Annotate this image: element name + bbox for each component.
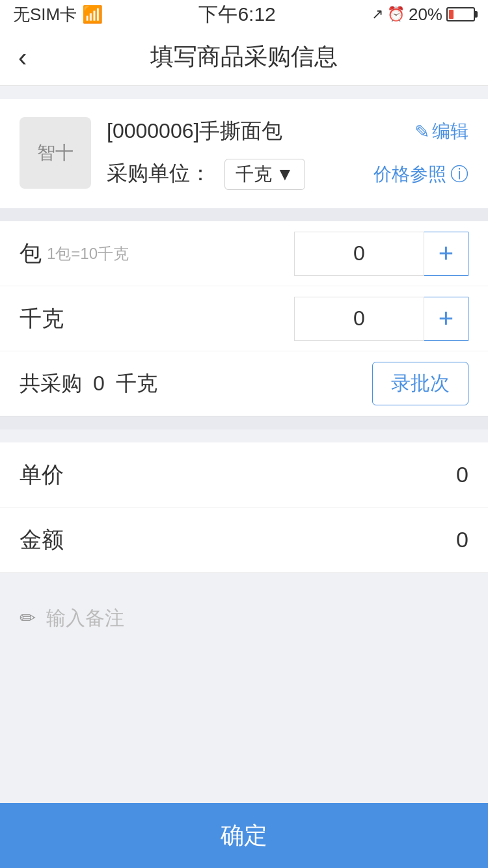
summary-value: 0 — [93, 372, 105, 395]
product-card: 智十 [0000006]手撕面包 ✎ 编辑 采购单位： 千克 ▼ 价格参照 ⓘ — [0, 99, 488, 208]
summary-row: 共采购 0 千克 录批次 — [0, 351, 488, 416]
divider-2 — [0, 416, 488, 429]
product-title: 手撕面包 — [199, 119, 282, 142]
kg-input[interactable] — [294, 297, 424, 341]
kg-controls: + — [294, 297, 468, 341]
product-thumbnail: 智十 — [20, 117, 91, 189]
confirm-bar[interactable]: 确定 — [0, 803, 488, 868]
thumbnail-text: 智十 — [37, 141, 74, 165]
summary-text: 共采购 0 千克 — [20, 370, 157, 398]
unit-price-value: 0 — [456, 462, 468, 487]
bag-controls: + — [294, 232, 468, 276]
confirm-button[interactable]: 确定 — [221, 820, 267, 852]
divider-1 — [0, 208, 488, 221]
kg-input-row: 千克 + — [0, 286, 488, 351]
edit-button[interactable]: ✎ 编辑 — [414, 119, 468, 144]
wifi-icon: 📶 — [82, 5, 103, 25]
unit-area: 采购单位： 千克 ▼ — [107, 159, 305, 190]
bag-label: 包 — [20, 239, 42, 269]
summary-unit: 千克 — [116, 372, 157, 395]
amount-value: 0 — [456, 527, 468, 552]
product-info: [0000006]手撕面包 ✎ 编辑 采购单位： 千克 ▼ 价格参照 ⓘ — [107, 117, 468, 190]
pencil-icon: ✏ — [20, 606, 36, 629]
edit-icon: ✎ — [414, 121, 429, 142]
price-ref-label: 价格参照 — [373, 162, 446, 187]
help-icon: ⓘ — [450, 162, 468, 187]
kg-label: 千克 — [20, 304, 64, 334]
amount-row: 金额 0 — [0, 508, 488, 573]
record-batch-button[interactable]: 录批次 — [372, 362, 468, 405]
bag-input[interactable] — [294, 232, 424, 276]
time-label: 下午6:12 — [198, 1, 275, 28]
dropdown-icon: ▼ — [276, 164, 294, 185]
alarm-icon: ⏰ — [387, 6, 405, 23]
edit-label: 编辑 — [432, 119, 468, 144]
product-name-row: [0000006]手撕面包 ✎ 编辑 — [107, 117, 468, 146]
bag-plus-button[interactable]: + — [424, 232, 468, 276]
remark-section[interactable]: ✏ 输入备注 — [0, 586, 488, 716]
price-section: 单价 0 金额 0 — [0, 442, 488, 573]
remark-placeholder: 输入备注 — [46, 605, 124, 632]
product-code: [0000006] — [107, 119, 199, 142]
page-title: 填写商品采购信息 — [150, 41, 338, 73]
status-left: 无SIM卡 📶 — [13, 3, 103, 26]
unit-label: 采购单位： — [107, 161, 211, 185]
summary-prefix: 共采购 — [20, 372, 82, 395]
battery-label: 20% — [409, 5, 442, 25]
battery-fill — [449, 10, 454, 19]
bag-input-row: 包 1包=10千克 + — [0, 221, 488, 286]
product-unit-row: 采购单位： 千克 ▼ 价格参照 ⓘ — [107, 159, 468, 190]
amount-label: 金额 — [20, 525, 64, 555]
price-ref-button[interactable]: 价格参照 ⓘ — [373, 162, 468, 187]
unit-price-label: 单价 — [20, 460, 64, 490]
bag-sublabel: 1包=10千克 — [47, 243, 129, 264]
input-section: 包 1包=10千克 + 千克 + — [0, 221, 488, 351]
carrier-label: 无SIM卡 — [13, 3, 77, 26]
product-name: [0000006]手撕面包 — [107, 117, 282, 146]
unit-price-row: 单价 0 — [0, 442, 488, 508]
status-right: ↗ ⏰ 20% — [372, 5, 475, 25]
status-bar: 无SIM卡 📶 下午6:12 ↗ ⏰ 20% — [0, 0, 488, 29]
unit-value: 千克 — [236, 162, 272, 187]
nav-bar: ‹ 填写商品采购信息 — [0, 29, 488, 86]
kg-plus-button[interactable]: + — [424, 297, 468, 341]
location-icon: ↗ — [372, 6, 383, 23]
battery-icon — [446, 7, 475, 21]
unit-select[interactable]: 千克 ▼ — [224, 159, 305, 190]
back-button[interactable]: ‹ — [18, 44, 27, 70]
